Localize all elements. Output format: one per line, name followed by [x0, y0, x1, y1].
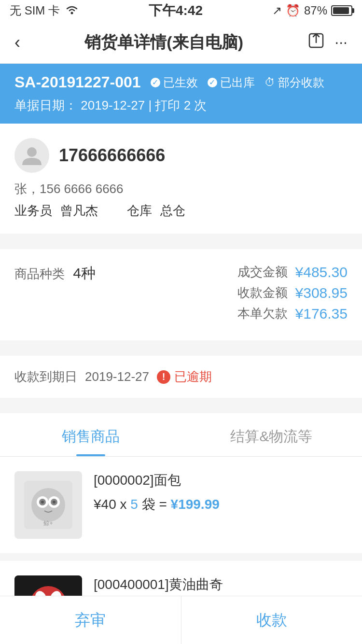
product-price-1: ¥40 x 5 袋 = ¥199.99 — [94, 495, 348, 514]
nav-bar: ‹ 销货单详情(来自电脑) ··· — [0, 21, 362, 64]
tab-settlement[interactable]: 结算&物流等 — [181, 413, 362, 456]
due-date-label: 收款到期日 — [14, 368, 77, 385]
tab-sales-products[interactable]: 销售商品 — [0, 413, 181, 456]
svg-point-2 — [27, 147, 37, 157]
battery-percent: 87% — [304, 4, 327, 17]
owed-amount-field: 本单欠款 ¥176.35 — [237, 305, 348, 322]
status-right: ↗ ⏰ 87% — [272, 4, 352, 17]
due-date-section: 收款到期日 2019-12-27 ! 已逾期 — [0, 356, 362, 398]
check-icon-active: ✓ — [151, 78, 160, 87]
order-header-banner: SA-20191227-001 ✓ 已生效 ✓ 已出库 ⏱ 部分收款 单据日期：… — [0, 64, 362, 124]
badge-partial: ⏱ 部分收款 — [265, 75, 324, 90]
svg-point-4 — [31, 488, 65, 522]
overdue-icon: ! — [157, 370, 170, 384]
wifi-icon — [65, 4, 79, 17]
product-info-1: [0000002]面包 ¥40 x 5 袋 = ¥199.99 — [94, 471, 348, 514]
customer-top: 17666666666 — [14, 138, 348, 173]
salesperson-field: 业务员 曾凡杰 — [14, 202, 98, 219]
customer-name-phone: 张，156 6666 6666 — [14, 181, 348, 197]
more-icon[interactable]: ··· — [334, 33, 348, 51]
clock-icon: ⏱ — [265, 76, 275, 89]
product-type-field: 商品种类 4种 — [14, 264, 96, 283]
tab-bar: 销售商品 结算&物流等 — [0, 413, 362, 457]
divider-2 — [0, 348, 362, 356]
page-title: 销货单详情(来自电脑) — [84, 31, 243, 54]
product-name-2: [000400001]黄油曲奇 — [94, 575, 348, 594]
badge-active: ✓ 已生效 — [151, 75, 198, 90]
status-left: 无 SIM 卡 — [10, 3, 79, 18]
banner-date: 单据日期： 2019-12-27 | 打印 2 次 — [14, 97, 348, 114]
bottom-bar: 弃审 收款 — [0, 596, 362, 644]
overdue-badge: ! 已逾期 — [157, 368, 212, 385]
badge-shipped: ✓ 已出库 — [208, 75, 255, 90]
battery-icon — [331, 5, 352, 16]
due-date-value: 2019-12-27 — [85, 369, 149, 384]
product-name-1: [0000002]面包 — [94, 471, 348, 490]
divider-3 — [0, 406, 362, 413]
share-icon[interactable] — [307, 32, 325, 53]
avatar — [14, 138, 49, 173]
svg-point-9 — [41, 501, 44, 504]
banner-top: SA-20191227-001 ✓ 已生效 ✓ 已出库 ⏱ 部分收款 — [14, 73, 348, 91]
overdue-label: 已逾期 — [174, 368, 212, 385]
customer-section: 17666666666 张，156 6666 6666 业务员 曾凡杰 仓库 总… — [0, 124, 362, 234]
order-id: SA-20191227-001 — [14, 73, 141, 91]
nav-actions: ··· — [307, 32, 348, 53]
location-icon: ↗ — [272, 4, 282, 17]
stats-row: 商品种类 4种 成交金额 ¥485.30 收款金额 ¥308.95 本单欠款 ¥… — [14, 264, 348, 326]
product-thumbnail-1: 鲸+ — [14, 471, 82, 539]
svg-point-0 — [71, 12, 73, 14]
customer-phone: 17666666666 — [59, 145, 165, 166]
cancel-button[interactable]: 弃审 — [0, 596, 181, 644]
svg-text:鲸+: 鲸+ — [43, 520, 53, 527]
confirm-button[interactable]: 收款 — [181, 596, 362, 644]
sim-status: 无 SIM 卡 — [10, 3, 60, 18]
svg-point-10 — [53, 501, 56, 504]
time-display: 下午4:42 — [149, 1, 203, 20]
deal-amount-field: 成交金额 ¥485.30 — [237, 264, 348, 280]
stats-section: 商品种类 4种 成交金额 ¥485.30 收款金额 ¥308.95 本单欠款 ¥… — [0, 249, 362, 340]
check-icon-shipped: ✓ — [208, 78, 217, 87]
status-bar: 无 SIM 卡 下午4:42 ↗ ⏰ 87% — [0, 0, 362, 21]
alarm-icon: ⏰ — [286, 4, 300, 17]
customer-meta: 业务员 曾凡杰 仓库 总仓 — [14, 202, 348, 219]
received-amount-field: 收款金额 ¥308.95 — [237, 284, 348, 301]
warehouse-field: 仓库 总仓 — [127, 202, 185, 219]
list-item: 鲸+ [0000002]面包 ¥40 x 5 袋 = ¥199.99 — [0, 457, 362, 553]
divider-1 — [0, 241, 362, 249]
back-button[interactable]: ‹ — [14, 32, 20, 53]
amount-fields: 成交金额 ¥485.30 收款金额 ¥308.95 本单欠款 ¥176.35 — [237, 264, 348, 326]
